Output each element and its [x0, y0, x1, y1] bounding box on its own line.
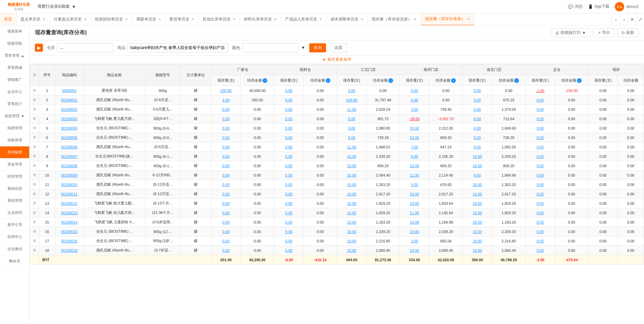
- refresh-button[interactable]: ↻ 刷新: [617, 28, 639, 37]
- export-button[interactable]: ↗ 导出: [593, 28, 614, 37]
- row-gear-icon[interactable]: ⚙: [33, 239, 36, 243]
- total-amount-info-icon[interactable]: i: [577, 78, 582, 83]
- tab-purchase-order[interactable]: 要货单历史 ✕: [165, 13, 199, 26]
- settings-button[interactable]: 设置: [330, 43, 347, 52]
- row-gear-icon[interactable]: ⚙: [33, 145, 36, 149]
- td-settings[interactable]: ⚙: [30, 124, 39, 133]
- td-settings[interactable]: ⚙: [30, 105, 39, 114]
- sidebar-item-quick-nav[interactable]: 快捷导航: [0, 38, 29, 50]
- tab-stock-dist[interactable]: 现存量（库存分布表） ✕: [421, 13, 474, 26]
- tab-close-stock-single[interactable]: ✕: [43, 17, 45, 21]
- td-settings[interactable]: ⚙: [30, 161, 39, 171]
- td-settings[interactable]: ⚙: [30, 142, 39, 152]
- td-settings[interactable]: ⚙: [30, 86, 39, 95]
- tab-close-stock-status[interactable]: ✕: [414, 17, 417, 21]
- row-gear-icon[interactable]: ⚙: [33, 182, 36, 186]
- row-gear-icon[interactable]: ⚙: [33, 98, 36, 102]
- lushan-amount-info-icon[interactable]: i: [326, 78, 330, 83]
- tab-close-assembly[interactable]: ✕: [125, 17, 128, 21]
- sidebar-item-member[interactable]: 会员中心: [0, 86, 29, 98]
- tab-close-stock-dist[interactable]: ✕: [467, 17, 470, 21]
- td-settings[interactable]: ⚙: [30, 236, 39, 246]
- print-button[interactable]: 🖨 按模版打印 ▼: [551, 28, 590, 37]
- tab-cost-adjust[interactable]: 成本调整单历史 ✕: [326, 13, 368, 26]
- td-settings[interactable]: ⚙: [30, 199, 39, 208]
- sidebar-item-basic[interactable]: 基础信息: [0, 183, 29, 195]
- sidebar-item-app-center[interactable]: 应用中心: [0, 231, 29, 243]
- table-container[interactable]: ⚙ 序号 商品编码 商品名称 规格型号 主计量单位 厂家仓 陆村仓 江北门店 南…: [30, 64, 644, 324]
- filter-toggle-button[interactable]: ▶: [35, 44, 43, 52]
- row-gear-icon[interactable]: ⚙: [33, 135, 36, 139]
- expand-more-button[interactable]: ▼ 展开更多条件: [322, 57, 352, 62]
- row-gear-icon[interactable]: ⚙: [33, 220, 36, 224]
- row-gear-icon[interactable]: ⚙: [33, 107, 36, 111]
- tab-close-finished-inbound[interactable]: ✕: [319, 17, 322, 21]
- yubei-amount-info-icon[interactable]: i: [514, 78, 519, 83]
- row-gear-icon[interactable]: ⚙: [33, 248, 36, 252]
- sidebar-item-retail[interactable]: 零售管理 ▲: [0, 50, 29, 62]
- message-button[interactable]: 💬 消息: [568, 4, 583, 9]
- td-settings[interactable]: ⚙: [30, 227, 39, 236]
- tab-close-other-outbound[interactable]: ✕: [233, 17, 235, 21]
- th-settings[interactable]: ⚙: [30, 64, 39, 86]
- sidebar-item-enterprise[interactable]: 企业协同: [0, 207, 29, 219]
- td-settings[interactable]: ⚙: [30, 171, 39, 180]
- td-settings[interactable]: ⚙: [30, 246, 39, 255]
- sidebar-item-marketing[interactable]: 营销推广: [0, 74, 29, 86]
- row-gear-icon[interactable]: ⚙: [33, 192, 36, 196]
- warehouse-input[interactable]: [57, 43, 113, 52]
- sidebar-item-inventory[interactable]: 库存核算: [0, 146, 29, 158]
- sidebar-item-purchase[interactable]: 采购管理: [0, 134, 29, 146]
- query-button[interactable]: 查询: [309, 43, 326, 52]
- tab-home[interactable]: 首页: [0, 13, 16, 26]
- sidebar-item-retail-stats[interactable]: 零售统计: [0, 98, 29, 110]
- td-settings[interactable]: ⚙: [30, 133, 39, 142]
- gear-icon[interactable]: ⚙: [33, 73, 36, 77]
- tab-close-fraction-stock[interactable]: ✕: [84, 17, 87, 21]
- tab-close-transfer[interactable]: ✕: [158, 17, 161, 21]
- tab-transfer[interactable]: 调拨单历史 ✕: [132, 13, 165, 26]
- nav-expand-button[interactable]: ⤢: [636, 13, 644, 26]
- row-gear-icon[interactable]: ⚙: [33, 117, 36, 121]
- sidebar-item-system[interactable]: 系统管理: [0, 195, 29, 207]
- td-settings[interactable]: ⚙: [30, 152, 39, 161]
- nav-prev-button[interactable]: ‹: [612, 13, 620, 26]
- sidebar-item-ecommerce[interactable]: 电商管理: [0, 122, 29, 134]
- nanan-amount-info-icon[interactable]: i: [451, 78, 456, 83]
- row-gear-icon[interactable]: ⚙: [33, 229, 36, 233]
- color-dropdown-icon[interactable]: ▼: [301, 45, 305, 50]
- td-settings[interactable]: ⚙: [30, 114, 39, 124]
- tab-stock-status[interactable]: 现存量（库存状况表） ✕: [368, 13, 421, 26]
- sidebar-item-retail-mall[interactable]: 零售商城: [0, 62, 29, 74]
- sidebar-item-member2[interactable]: 畅会员: [0, 255, 29, 267]
- tab-close-purchase-order[interactable]: ✕: [192, 17, 194, 21]
- user-profile[interactable]: Ea demo2: [615, 2, 639, 11]
- sidebar-item-newbie[interactable]: 新手引导: [0, 219, 29, 231]
- app-download-button[interactable]: 📱 App下载: [588, 4, 609, 9]
- sidebar-item-wholesale[interactable]: 批发管理 ▼: [0, 110, 29, 122]
- td-settings[interactable]: ⚙: [30, 180, 39, 189]
- tab-other-outbound[interactable]: 其他出库单历史 ✕: [199, 13, 240, 26]
- factory-amount-info-icon[interactable]: i: [263, 78, 267, 83]
- tab-material-outbound[interactable]: 材料出库单历史 ✕: [240, 13, 281, 26]
- row-gear-icon[interactable]: ⚙: [33, 126, 36, 130]
- tab-assembly[interactable]: 组装拆卸单历史 ✕: [91, 13, 132, 26]
- jiangbei-amount-info-icon[interactable]: i: [388, 78, 393, 83]
- sidebar-item-enterprise-wechat[interactable]: 企业微信: [0, 243, 29, 255]
- row-gear-icon[interactable]: ⚙: [33, 173, 36, 177]
- sidebar-item-finance[interactable]: 资金管理: [0, 158, 29, 171]
- product-input[interactable]: [127, 43, 228, 52]
- td-settings[interactable]: ⚙: [30, 95, 39, 105]
- industry-selector[interactable]: 母婴行业演示陈套 ▼: [38, 4, 76, 9]
- tab-finished-inbound[interactable]: 产成品入库单历史 ✕: [281, 13, 326, 26]
- row-gear-icon[interactable]: ⚙: [33, 201, 36, 205]
- row-gear-icon[interactable]: ⚙: [33, 164, 36, 168]
- row-gear-icon[interactable]: ⚙: [33, 154, 36, 158]
- td-settings[interactable]: ⚙: [30, 208, 39, 218]
- tab-stock-single[interactable]: 盘点单历史 ✕: [16, 13, 50, 26]
- sidebar-item-operations[interactable]: 经营管理: [0, 171, 29, 183]
- tab-close-material-outbound[interactable]: ✕: [274, 17, 277, 21]
- nav-close-button[interactable]: ✕: [628, 13, 636, 26]
- row-gear-icon[interactable]: ⚙: [33, 88, 36, 92]
- td-settings[interactable]: ⚙: [30, 189, 39, 199]
